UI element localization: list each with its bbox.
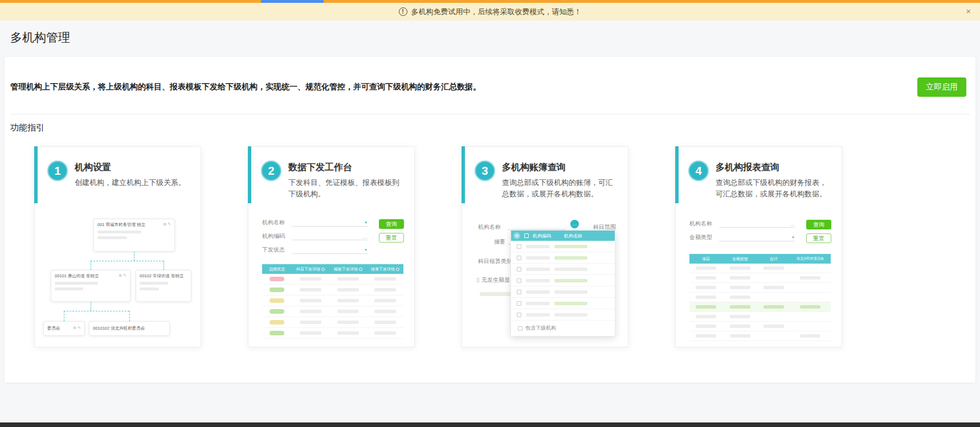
mock-reset-button: 重置 [806, 233, 831, 243]
mock-table-row [262, 295, 403, 306]
mock-table-header: 项目 金额类型 合计 张北兴旺村委员会 [689, 254, 831, 264]
tree-connector [164, 261, 164, 270]
checkbox-icon [524, 233, 529, 238]
placeholder-bar [526, 302, 550, 305]
mock-table-header: ⚙ 机构编码 机构名称 [511, 231, 615, 241]
placeholder-bar [763, 286, 784, 289]
placeholder-bar [480, 292, 515, 296]
placeholder-bar [337, 277, 359, 281]
placeholder-bar [300, 310, 321, 313]
mock-table-row [511, 298, 615, 309]
placeholder-bar [337, 321, 359, 324]
mock-table-row [262, 317, 403, 328]
org-node-child: 00101 唐山街道 非独立 ⊕ ✎ [51, 270, 130, 302]
placeholder-bar [526, 279, 550, 282]
placeholder-bar [374, 299, 396, 302]
mock-table-row [511, 264, 615, 275]
card-header: 3 多机构账簿查询 查询总部或下级机构的账簿，可汇总数据，或展开各机构数据。 [462, 147, 628, 200]
tree-connector [91, 261, 164, 261]
node-actions: ⊕ ✎ [119, 273, 126, 279]
placeholder-bar [696, 334, 716, 338]
placeholder-bar [526, 268, 550, 271]
org-node-root: 001 双城市村务管理 独立 ⊕ ✎ [93, 219, 175, 252]
mock-table: 启用状态 科目下发详情 模板下发详情 报表下发详情 [262, 264, 403, 339]
page-title: 多机构管理 [10, 30, 70, 46]
mock-checkbox-label: 无发生额显 [481, 276, 510, 284]
trial-notice-banner: ! 多机构免费试用中，后续将采取收费模式，请知悉！ × [0, 3, 980, 20]
add-icon: ⊕ [73, 326, 76, 330]
status-chip [270, 331, 284, 335]
status-chip [270, 309, 284, 314]
mock-select-input: ▼ [292, 246, 368, 254]
checkbox-icon [517, 313, 521, 317]
placeholder-bar [97, 231, 141, 233]
mock-field-label: 摘要 [494, 238, 505, 246]
placeholder-bar [374, 288, 396, 291]
card-title: 多机构账簿查询 [502, 162, 620, 174]
placeholder-bar [696, 315, 716, 318]
mock-table-row [689, 273, 831, 283]
checkbox-icon [517, 244, 521, 249]
step-number-badge: 1 [47, 161, 68, 181]
mock-field-label: 机构名称 [689, 220, 714, 228]
placeholder-bar [730, 266, 750, 270]
card-title: 数据下发工作台 [288, 162, 406, 174]
report-query-illustration: 机构名称 … 金额类型 ▼ 查询 重置 [676, 214, 842, 348]
placeholder-bar [300, 288, 321, 291]
placeholder-bar [800, 334, 820, 338]
org-node-leaf: 委员会 ⊕ ✎ [43, 321, 85, 336]
placeholder-bar [97, 236, 127, 239]
mock-form-row: 机构名称 … [689, 220, 795, 228]
chevron-down-icon: ▼ [364, 248, 368, 253]
mock-table-row [689, 264, 831, 273]
placeholder-bar [526, 245, 550, 248]
close-icon[interactable]: × [966, 7, 971, 15]
tree-connector [64, 311, 129, 311]
placeholder-bar [300, 277, 321, 281]
card-description: 查询总部或下级机构的财务报表，可汇总数据，或展开各机构数据。 [716, 177, 834, 200]
mock-reset-button: 重置 [379, 233, 404, 243]
enable-button[interactable]: 立即启用 [917, 77, 966, 97]
org-node-child: 00102 常绿街道 非独立 [136, 270, 191, 302]
placeholder-bar [554, 279, 587, 282]
placeholder-bar [554, 256, 587, 260]
mock-table: 项目 金额类型 合计 张北兴旺村委员会 [689, 254, 831, 341]
checkbox-icon [517, 278, 521, 283]
step-number-badge: 2 [261, 161, 281, 181]
mock-form-row: 金额类型 ▼ [689, 233, 795, 241]
org-node-label: 委员会 [47, 326, 60, 331]
placeholder-bar [696, 266, 716, 270]
placeholder-bar [55, 282, 98, 285]
placeholder-bar [526, 290, 550, 294]
ellipsis-button: … [570, 220, 579, 228]
mock-table-row [511, 286, 615, 298]
guide-card-ledger-query: 3 多机构账簿查询 查询总部或下级机构的账簿，可汇总数据，或展开各机构数据。 机… [462, 146, 628, 347]
mock-field-label: 金额类型 [689, 233, 714, 241]
mock-table-row [511, 309, 615, 321]
placeholder-bar [374, 321, 396, 324]
placeholder-bar [554, 245, 587, 248]
intro-text: 管理机构上下层级关系，将上级机构的科目、报表模板下发给下级机构，实现统一、规范化… [10, 82, 850, 92]
add-icon: ⊕ [119, 273, 122, 277]
guide-cards-row: 1 机构设置 创建机构，建立机构上下级关系。 001 双城市村务管理 独立 ⊕ … [34, 146, 842, 347]
mock-table-row [262, 285, 403, 295]
placeholder-bar [696, 286, 716, 289]
mock-table-row [511, 275, 615, 286]
content-card: 管理机构上下层级关系，将上级机构的科目、报表模板下发给下级机构，实现统一、规范化… [5, 57, 975, 383]
ellipsis-icon: … [790, 222, 795, 227]
placeholder-bar [374, 277, 396, 281]
checkbox-icon [518, 326, 522, 331]
mock-table-row [689, 312, 831, 322]
placeholder-bar [730, 295, 750, 299]
bottom-bar [0, 422, 980, 427]
chevron-down-icon: ▼ [791, 235, 795, 241]
chevron-down-icon: ▼ [364, 220, 368, 226]
mock-query-button: 查询 [806, 220, 831, 229]
placeholder-bar [374, 331, 396, 335]
card-header-text: 多机构账簿查询 查询总部或下级机构的账簿，可汇总数据，或展开各机构数据。 [502, 161, 620, 200]
column-header: 张北兴旺村委员会 [790, 256, 831, 261]
mock-table-row [262, 328, 403, 339]
guide-card-data-dispatch: 2 数据下发工作台 下发科目、凭证模板、报表模板到下级机构。 机构名称 ▼ 机 [248, 146, 415, 347]
placeholder-bar [763, 305, 784, 309]
card-title: 多机构报表查询 [716, 162, 834, 174]
